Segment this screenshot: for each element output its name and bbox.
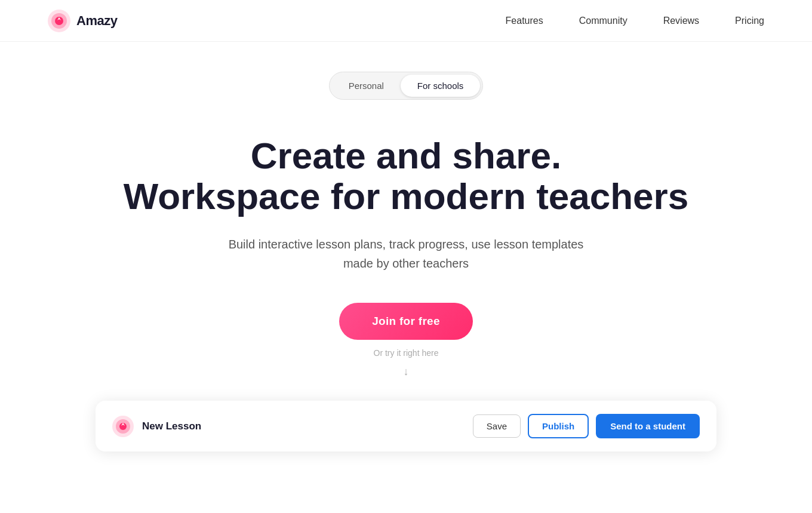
toggle-personal[interactable]: Personal <box>332 75 401 97</box>
nav-item-community[interactable]: Community <box>579 16 628 26</box>
brand-name: Amazy <box>76 13 117 29</box>
lesson-title: New Lesson <box>142 420 201 432</box>
save-button[interactable]: Save <box>473 414 521 438</box>
arrow-down-icon: ↓ <box>404 366 409 377</box>
toggle-group: Personal For schools <box>329 72 484 100</box>
hero-title-line1: Create and share. <box>251 135 561 176</box>
nav-link-features[interactable]: Features <box>506 16 543 26</box>
nav-item-features[interactable]: Features <box>506 16 543 26</box>
nav-link-community[interactable]: Community <box>579 16 628 26</box>
hero-subtitle: Build interactive lesson plans, track pr… <box>227 235 585 273</box>
toggle-container: Personal For schools <box>0 72 812 100</box>
demo-card: New Lesson Save Publish Send to a studen… <box>96 401 716 451</box>
demo-card-left: New Lesson <box>112 416 201 437</box>
hero-title-line2: Workspace for modern teachers <box>124 176 688 217</box>
logo[interactable]: Amazy <box>48 10 117 32</box>
send-to-student-button[interactable]: Send to a student <box>596 414 700 438</box>
cta-section: Join for free Or try it right here ↓ <box>48 303 764 377</box>
demo-card-actions: Save Publish Send to a student <box>473 414 700 438</box>
publish-button[interactable]: Publish <box>528 414 589 438</box>
nav-item-pricing[interactable]: Pricing <box>735 16 764 26</box>
nav-link-pricing[interactable]: Pricing <box>735 16 764 26</box>
nav-links: Features Community Reviews Pricing <box>506 16 764 26</box>
try-here-text: Or try it right here <box>374 348 439 358</box>
nav-link-reviews[interactable]: Reviews <box>663 16 699 26</box>
toggle-for-schools[interactable]: For schools <box>401 75 481 97</box>
logo-icon <box>48 10 70 32</box>
demo-card-header: New Lesson Save Publish Send to a studen… <box>112 414 700 438</box>
nav-item-reviews[interactable]: Reviews <box>663 16 699 26</box>
demo-logo-icon <box>112 416 134 437</box>
navbar: Amazy Features Community Reviews Pricing <box>0 0 812 42</box>
hero-section: Create and share. Workspace for modern t… <box>0 100 812 377</box>
join-free-button[interactable]: Join for free <box>339 303 473 340</box>
hero-title: Create and share. Workspace for modern t… <box>48 136 764 217</box>
